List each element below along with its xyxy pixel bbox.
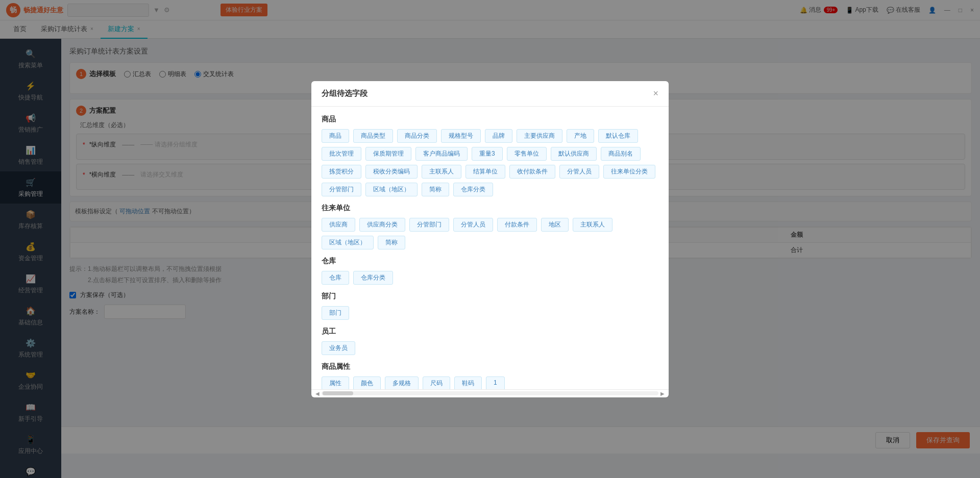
modal-scrollbar-bottom: ◀ ▶ xyxy=(311,389,669,397)
field-tag[interactable]: 产地 xyxy=(567,129,594,143)
field-tag[interactable]: 主联系人 xyxy=(422,165,461,179)
field-tag[interactable]: 颜色 xyxy=(353,376,381,389)
field-tag[interactable]: 简称 xyxy=(378,236,405,249)
field-tag[interactable]: 税收分类编码 xyxy=(365,165,418,179)
field-tag[interactable]: 仓库分类 xyxy=(453,183,493,196)
field-tag[interactable]: 分管人员 xyxy=(559,165,599,179)
field-tag[interactable]: 品牌 xyxy=(485,129,512,143)
field-tag[interactable]: 规格型号 xyxy=(441,129,481,143)
field-tag[interactable]: 区域（地区） xyxy=(365,183,418,196)
field-tag[interactable]: 保质期管理 xyxy=(365,147,411,161)
scroll-thumb xyxy=(323,391,353,395)
field-group-title-goods: 商品 xyxy=(322,115,658,124)
field-tag[interactable]: 业务员 xyxy=(322,341,355,355)
field-tags-warehouse: 仓库仓库分类 xyxy=(322,271,658,285)
modal-close-button[interactable]: × xyxy=(653,88,658,99)
field-tag[interactable]: 批次管理 xyxy=(322,147,361,161)
field-tag[interactable]: 仓库 xyxy=(322,271,349,285)
field-tags-staff: 业务员 xyxy=(322,341,658,355)
field-tag[interactable]: 客户商品编码 xyxy=(415,147,468,161)
field-tag[interactable]: 结算单位 xyxy=(465,165,505,179)
field-group-title-warehouse: 仓库 xyxy=(322,257,658,266)
field-tag[interactable]: 供应商 xyxy=(322,218,355,232)
field-tag[interactable]: 商品类型 xyxy=(353,129,393,143)
field-tag[interactable]: 重量3 xyxy=(472,147,503,161)
field-tag[interactable]: 默认仓库 xyxy=(598,129,638,143)
field-tags-department: 部门 xyxy=(322,306,658,320)
field-tag[interactable]: 主要供应商 xyxy=(517,129,562,143)
modal-header: 分组待选字段 × xyxy=(311,81,669,107)
modal-body: 商品商品商品类型商品分类规格型号品牌主要供应商产地默认仓库批次管理保质期管理客户… xyxy=(311,107,669,389)
field-group-title-partner: 往来单位 xyxy=(322,204,658,213)
modal-overlay[interactable]: 分组待选字段 × 商品商品商品类型商品分类规格型号品牌主要供应商产地默认仓库批次… xyxy=(0,0,980,478)
field-tag[interactable]: 拣货积分 xyxy=(322,165,361,179)
field-tag[interactable]: 供应商分类 xyxy=(359,218,405,232)
field-tag[interactable]: 零售单位 xyxy=(507,147,547,161)
modal-dialog: 分组待选字段 × 商品商品商品类型商品分类规格型号品牌主要供应商产地默认仓库批次… xyxy=(311,81,669,397)
field-tag[interactable]: 地区 xyxy=(541,218,569,232)
field-group-title-department: 部门 xyxy=(322,292,658,301)
field-tag[interactable]: 收付款条件 xyxy=(509,165,555,179)
field-tag[interactable]: 商品分类 xyxy=(397,129,437,143)
field-tags-goods-attr: 属性颜色多规格尺码鞋码1 xyxy=(322,376,658,389)
field-tag[interactable]: 区域（地区） xyxy=(322,236,374,249)
field-tag[interactable]: 商品别名 xyxy=(601,147,641,161)
field-tag[interactable]: 商品 xyxy=(322,129,349,143)
field-tag[interactable]: 主联系人 xyxy=(573,218,612,232)
field-tag[interactable]: 1 xyxy=(486,376,505,389)
field-tag[interactable]: 分管部门 xyxy=(409,218,449,232)
field-group-title-staff: 员工 xyxy=(322,327,658,336)
field-tag[interactable]: 仓库分类 xyxy=(353,271,393,285)
field-tag[interactable]: 分管部门 xyxy=(322,183,361,196)
field-tag[interactable]: 多规格 xyxy=(385,376,419,389)
field-tag[interactable]: 尺码 xyxy=(423,376,450,389)
field-tag[interactable]: 简称 xyxy=(422,183,449,196)
field-tag[interactable]: 属性 xyxy=(322,376,349,389)
field-group-title-goods-attr: 商品属性 xyxy=(322,362,658,371)
field-tag[interactable]: 付款条件 xyxy=(497,218,537,232)
field-tag[interactable]: 分管人员 xyxy=(453,218,493,232)
scroll-left-arrow[interactable]: ◀ xyxy=(313,389,322,397)
field-tag[interactable]: 默认供应商 xyxy=(551,147,597,161)
field-tag[interactable]: 往来单位分类 xyxy=(603,165,655,179)
scroll-track[interactable] xyxy=(322,391,658,395)
modal-title: 分组待选字段 xyxy=(322,89,368,98)
field-tag[interactable]: 鞋码 xyxy=(454,376,482,389)
scroll-right-arrow[interactable]: ▶ xyxy=(658,389,667,397)
field-tag[interactable]: 部门 xyxy=(322,306,349,320)
field-tags-partner: 供应商供应商分类分管部门分管人员付款条件地区主联系人区域（地区）简称 xyxy=(322,218,658,249)
field-tags-goods: 商品商品类型商品分类规格型号品牌主要供应商产地默认仓库批次管理保质期管理客户商品… xyxy=(322,129,658,196)
